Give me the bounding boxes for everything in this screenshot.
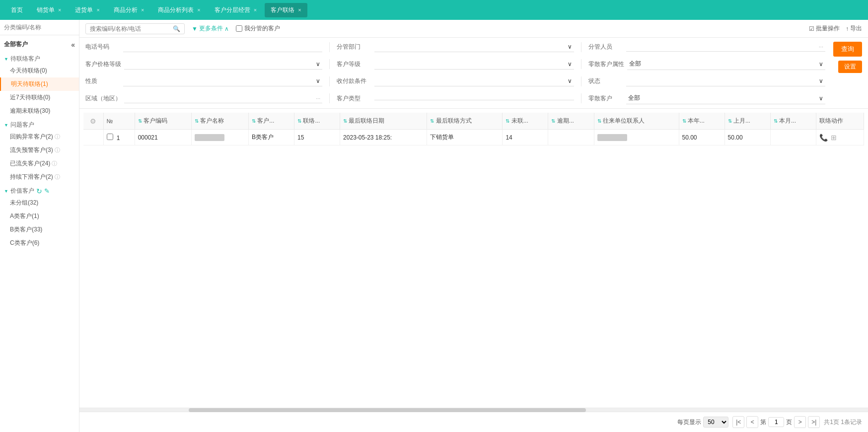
filter-retail-customer-select[interactable]: 全部 ∨ <box>626 92 825 104</box>
sort-icon-this-month: ⇅ <box>774 118 778 124</box>
sidebar-item-declining[interactable]: 持续下滑客户(2) ⓘ <box>0 170 79 184</box>
nav-close-customer-contact[interactable]: × <box>298 7 301 13</box>
batch-icon: ☑ <box>809 25 814 32</box>
filter-retail-attr-select[interactable]: 全部 ∨ <box>627 58 825 70</box>
scrollbar-thumb[interactable] <box>189 408 586 412</box>
settings-button[interactable]: 设置 <box>838 61 862 73</box>
horizontal-scrollbar[interactable] <box>79 408 868 412</box>
query-button[interactable]: 查询 <box>833 42 862 57</box>
nav-item-analysis-list[interactable]: 商品分析列表 × <box>152 3 206 17</box>
sidebar-group-problem: 问题客户 <box>0 118 79 130</box>
filter-dept-select[interactable]: ∨ <box>374 42 574 52</box>
filter-price-select[interactable]: ∨ <box>124 59 322 70</box>
action-phone-icon[interactable]: 📞 <box>819 134 828 142</box>
filter-field-customer-level: 客户等级 ∨ <box>337 59 574 70</box>
filter-phone-input[interactable] <box>123 42 322 52</box>
th-overdue: ⇅ 逾期... <box>548 113 594 130</box>
sidebar-content: 全部客户 « 待联络客户 今天待联络(0) 明天待联络(1) 近7天待联络(0)… <box>0 35 79 432</box>
nav-item-home[interactable]: 首页 <box>5 3 29 17</box>
nav-close-analysis-list[interactable]: × <box>197 7 200 13</box>
filter-region-select[interactable]: ··· <box>124 94 322 103</box>
th-contact-count: ⇅ 联络... <box>294 113 340 130</box>
nav-item-purchase[interactable]: 进货单 × <box>69 3 105 17</box>
filter-customer-level-select[interactable]: ∨ <box>374 59 574 70</box>
nav-close-customer-tier[interactable]: × <box>254 7 257 13</box>
first-page-btn[interactable]: |< <box>732 416 744 428</box>
nav-item-customer-contact[interactable]: 客户联络 × <box>265 3 307 17</box>
sidebar-item-churning[interactable]: 流失预警客户(3) ⓘ <box>0 144 79 157</box>
gear-icon[interactable]: ⚙ <box>90 117 96 125</box>
sidebar-group-pending: 待联络客户 <box>0 52 79 64</box>
sort-icon-year: ⇅ <box>682 118 686 124</box>
last-contact-method-link[interactable]: 下销货单 <box>430 134 454 141</box>
my-customers-checkbox-label[interactable]: 我分管的客户 <box>236 24 280 33</box>
sidebar-search-area: 🔍 <box>0 20 79 35</box>
nav-close-purchase[interactable]: × <box>96 7 99 13</box>
filter-payment-select[interactable]: ∨ <box>374 76 574 86</box>
next-page-btn[interactable]: > <box>794 416 806 428</box>
sidebar-item-class-b[interactable]: B类客户(33) <box>0 223 79 236</box>
sidebar-item-class-a[interactable]: A类客户(1) <box>0 210 79 223</box>
sidebar-item-abnormal[interactable]: 回购异常客户(2) ⓘ <box>0 130 79 144</box>
search-box: 🔍 <box>85 23 185 34</box>
filter-customer-type-select[interactable] <box>374 97 574 100</box>
filter-icon: ▼ <box>192 25 198 32</box>
filter-status-select[interactable]: ∨ <box>626 76 825 86</box>
filter-chevron-icon: ∧ <box>224 25 229 32</box>
nav-item-customer-tier[interactable]: 客户分层经营 × <box>209 3 263 17</box>
td-this-month <box>770 130 816 145</box>
filter-region-dots: ··· <box>316 95 320 101</box>
sidebar-item-7days[interactable]: 近7天待联络(0) <box>0 91 79 104</box>
batch-operation-btn[interactable]: ☑ 批量操作 <box>809 24 840 33</box>
action-grid-icon[interactable]: ⊞ <box>831 134 837 142</box>
filter-more-btn[interactable]: ▼ 更多条件 ∧ <box>189 23 232 34</box>
export-btn[interactable]: ↑ 导出 <box>846 24 862 33</box>
sidebar-item-tomorrow[interactable]: 明天待联络(1) <box>0 77 79 91</box>
filter-field-payment: 收付款条件 ∨ <box>337 76 574 86</box>
th-contact-person: ⇅ 往来单位联系人 <box>594 113 679 130</box>
info-icon-declining: ⓘ <box>55 173 60 181</box>
th-no: № <box>103 113 135 130</box>
sidebar-all-customers[interactable]: 全部客户 « <box>0 37 79 52</box>
filter-divider-1 <box>329 42 330 52</box>
filter-retail-customer-chevron: ∨ <box>819 95 823 102</box>
filter-divider-3 <box>329 59 330 69</box>
sidebar-item-class-c[interactable]: C类客户(6) <box>0 236 79 250</box>
sidebar-item-ungrouped[interactable]: 未分组(32) <box>0 196 79 210</box>
page-size-select[interactable]: 50 100 <box>703 417 728 428</box>
value-group-refresh[interactable]: ↻ <box>36 187 42 195</box>
filter-gender-select[interactable]: ∨ <box>123 76 322 86</box>
nav-close-sales[interactable]: × <box>58 7 61 13</box>
filter-field-gender: 性质 ∨ <box>85 76 322 86</box>
filter-field-retail-customer: 零散客户 全部 ∨ <box>588 92 825 104</box>
sidebar-item-churned[interactable]: 已流失客户(24) ⓘ <box>0 157 79 170</box>
filter-divider-8 <box>581 93 581 103</box>
search-icon[interactable]: 🔍 <box>173 25 180 32</box>
filter-price-chevron: ∨ <box>316 61 320 68</box>
value-group-edit[interactable]: ✎ <box>44 187 50 195</box>
nav-close-analysis[interactable]: × <box>141 7 144 13</box>
th-last-method: ⇅ 最后联络方式 <box>427 113 503 130</box>
page-number-input[interactable] <box>768 417 784 427</box>
search-input[interactable] <box>90 25 171 32</box>
filter-divider-6 <box>581 76 581 86</box>
filter-divider-4 <box>581 59 581 69</box>
filter-panel: 电话号码 分管部门 ∨ 分管人员 <box>79 38 868 109</box>
nav-item-analysis[interactable]: 商品分析 × <box>108 3 150 17</box>
th-type: ⇅ 客户... <box>248 113 294 130</box>
contact-person-blurred <box>597 134 627 141</box>
sort-icon-person: ⇅ <box>597 118 601 124</box>
my-customers-checkbox[interactable] <box>236 25 242 32</box>
filter-person-select[interactable]: ··· <box>626 42 825 52</box>
sidebar-item-overdue[interactable]: 逾期未联络(30) <box>0 104 79 118</box>
td-contact-count: 15 <box>294 130 340 145</box>
th-action: 联络动作 <box>816 113 864 130</box>
prev-page-btn[interactable]: < <box>746 416 758 428</box>
sidebar-item-today[interactable]: 今天待联络(0) <box>0 64 79 77</box>
nav-item-sales[interactable]: 销货单 × <box>31 3 67 17</box>
sidebar-search-input[interactable] <box>4 24 78 31</box>
info-icon-abnormal: ⓘ <box>55 133 60 141</box>
info-icon-churned: ⓘ <box>52 160 57 167</box>
row-checkbox[interactable] <box>107 134 113 140</box>
last-page-btn[interactable]: >| <box>808 416 820 428</box>
